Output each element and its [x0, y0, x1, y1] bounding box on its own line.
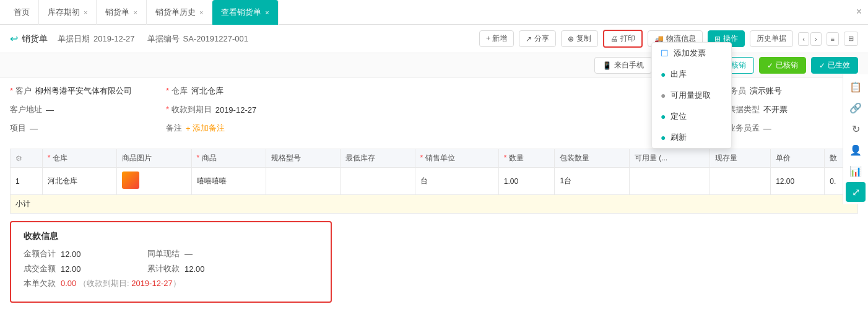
due-date-value: 2019-12-27 [215, 105, 257, 115]
sold-btn[interactable]: ✓ 已核销 [759, 57, 806, 74]
doc-title: ↩ 销货单 [10, 33, 48, 45]
copy-button[interactable]: ⊕ 复制 [561, 30, 598, 47]
locate-icon: ● [661, 111, 666, 121]
settings-icon[interactable]: ⚙ [15, 154, 22, 163]
product-image [122, 172, 139, 189]
due-date-label: 收款到期日 [166, 104, 212, 115]
qty-icon: ● [661, 90, 666, 100]
col-current-stock: 现存量 [710, 149, 771, 168]
same-order-value: — [184, 250, 193, 259]
note-label: 备注 [166, 123, 182, 134]
col-spec: 规格型号 [266, 149, 340, 168]
tab-view-sales[interactable]: 查看销货单 × [212, 0, 278, 25]
toolbar-clipboard[interactable]: 📋 [846, 77, 866, 97]
toolbar-link[interactable]: 🔗 [846, 98, 866, 118]
row-min-stock [341, 168, 415, 195]
transaction-value: 12.00 [61, 264, 81, 274]
dropdown-outbound[interactable]: ● 出库 [652, 64, 731, 85]
payment-total-label: 金额合计 [24, 248, 56, 259]
table-wrapper: ⚙ 仓库 商品图片 商品 规格型号 最低库存 销售单位 数量 包装数量 可用量 … [0, 149, 868, 214]
tab-inventory-init[interactable]: 库存期初 × [39, 0, 97, 25]
address-label: 客户地址 [10, 104, 42, 115]
tab-sales-order[interactable]: 销货单 × [97, 0, 146, 25]
col-unit: 销售单位 [415, 149, 498, 168]
prev-button[interactable]: ‹ [798, 32, 809, 46]
tab-sales-history[interactable]: 销货单历史 × [147, 0, 212, 25]
toolbar-rotate[interactable]: ↻ [846, 119, 866, 139]
close-tab-sales[interactable]: × [133, 9, 137, 16]
staff-value: 演示账号 [750, 85, 782, 97]
new-button[interactable]: + 新增 [479, 30, 514, 47]
row-product: 嘻嘻嘻嘻 [191, 168, 266, 195]
debt-label: 本单欠款 [24, 278, 56, 289]
warehouse-value: 河北仓库 [191, 85, 224, 97]
row-product-image [117, 168, 191, 195]
col-qty: 数量 [498, 149, 555, 168]
close-tab-sales-history[interactable]: × [199, 9, 203, 16]
project-label: 项目 [10, 123, 26, 134]
col-min-stock: 最低库存 [341, 149, 415, 168]
main-content: ↩ 销货单 单据日期 2019-12-27 单据编号 SA-20191227-0… [0, 25, 868, 330]
subtotal-row: 小计 [11, 195, 858, 214]
effective-btn[interactable]: ✓ 已生效 [811, 57, 858, 74]
doc-meta: 单据日期 2019-12-27 单据编号 SA-20191227-001 [58, 33, 469, 45]
cumulative-value: 12.00 [184, 264, 205, 274]
sales-staff-value: — [763, 124, 771, 133]
customer-field: 客户 柳州粤港平安气体有限公司 [10, 85, 146, 97]
share-button[interactable]: ↗ 分享 [519, 30, 556, 47]
customer-value: 柳州粤港平安气体有限公司 [35, 85, 132, 97]
doc-type-label: 销货单 [22, 33, 48, 45]
close-tab-inventory[interactable]: × [84, 9, 87, 16]
doc-header: ↩ 销货单 单据日期 2019-12-27 单据编号 SA-20191227-0… [0, 25, 868, 53]
dropdown-locate[interactable]: ● 定位 [652, 106, 731, 127]
payment-total-item: 金额合计 12.00 [24, 248, 123, 259]
outbound-icon: ● [661, 69, 666, 79]
col-product-image: 商品图片 [117, 149, 191, 168]
transaction-label: 成交金额 [24, 263, 56, 274]
row-spec [266, 168, 340, 195]
dropdown-available-qty[interactable]: ● 可用量提取 [652, 85, 731, 106]
ticket-type-value: 不开票 [763, 104, 788, 115]
view-list-button[interactable]: ≡ [827, 32, 839, 46]
from-phone-btn[interactable]: 📱 来自手机 [594, 57, 652, 74]
col-available: 可用量 (... [629, 149, 710, 168]
doc-number-item: 单据编号 SA-20191227-001 [147, 33, 249, 45]
col-product: 商品 [191, 149, 266, 168]
col-unit-price: 单价 [771, 149, 825, 168]
row-pack-qty: 1台 [555, 168, 629, 195]
row-index: 1 [11, 168, 43, 195]
payment-row-1: 金额合计 12.00 同单现结 — [24, 248, 318, 259]
toolbar-expand[interactable]: ⤢ [846, 182, 866, 202]
cumulative-label: 累计收款 [147, 263, 180, 274]
due-date-field: 收款到期日 2019-12-27 [166, 104, 302, 115]
address-field: 客户地址 — [10, 104, 146, 115]
doc-date-item: 单据日期 2019-12-27 [58, 33, 135, 45]
view-grid-button[interactable]: ⊞ [844, 32, 858, 46]
row-warehouse: 河北仓库 [42, 168, 116, 195]
sales-order-icon: ↩ [10, 33, 18, 45]
warehouse-field: 仓库 河北仓库 [166, 85, 302, 97]
address-value: — [46, 105, 54, 115]
next-button[interactable]: › [810, 32, 822, 46]
print-button[interactable]: 🖨 打印 [603, 30, 643, 48]
close-all-tabs[interactable]: × [856, 6, 862, 17]
history-button[interactable]: 历史单据 [750, 30, 793, 47]
dropdown-add-invoice[interactable]: ☐ 添加发票 [652, 43, 731, 64]
invoice-icon: ☐ [661, 48, 669, 58]
project-field: 项目 — [10, 123, 146, 134]
dropdown-refresh[interactable]: ● 刷新 [652, 127, 731, 148]
toolbar-chart[interactable]: 📊 [846, 161, 866, 181]
subtotal-label: 小计 [11, 195, 858, 214]
payment-transaction-item: 成交金额 12.00 [24, 263, 123, 274]
toolbar-user[interactable]: 👤 [846, 140, 866, 160]
check-circle-icon: ✓ [767, 61, 773, 70]
payment-debt-item: 本单欠款 0.00 （收款到期日: 2019-12-27） [24, 278, 181, 289]
add-note-button[interactable]: + 添加备注 [186, 123, 225, 134]
payment-row-2: 成交金额 12.00 累计收款 12.00 [24, 263, 318, 274]
date-value: 2019-12-27 [93, 34, 135, 43]
customer-label: 客户 [10, 85, 32, 97]
tab-home[interactable]: 首页 [5, 0, 39, 25]
debt-value: 0.00 （收款到期日: 2019-12-27） [61, 278, 181, 289]
table-header-row: ⚙ 仓库 商品图片 商品 规格型号 最低库存 销售单位 数量 包装数量 可用量 … [11, 149, 858, 168]
close-tab-view-sales[interactable]: × [265, 9, 269, 16]
